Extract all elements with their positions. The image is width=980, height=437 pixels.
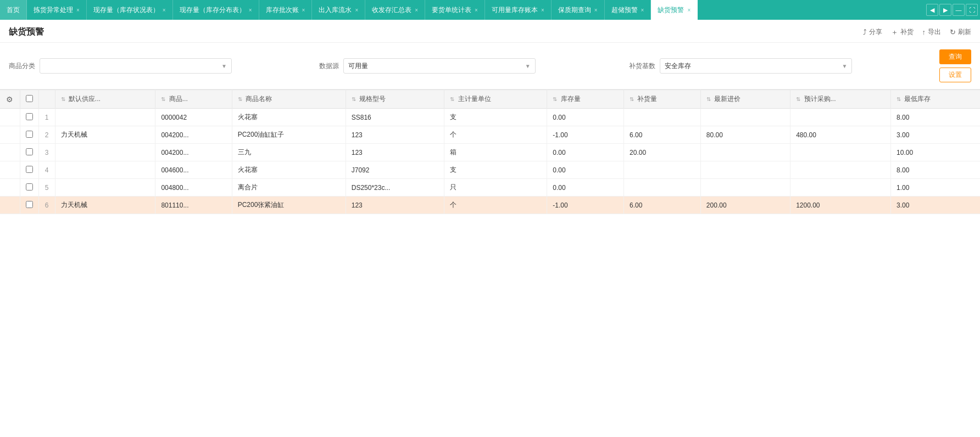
select-all-checkbox[interactable] xyxy=(26,95,33,102)
tab-available-ledger[interactable]: 可用量库存账本 × xyxy=(485,0,552,20)
row-replenish-qty xyxy=(624,161,701,179)
row-replenish-qty: 6.00 xyxy=(624,126,701,144)
row-checkbox-2[interactable] xyxy=(26,131,33,138)
row-num-cell: 6 xyxy=(38,197,55,214)
row-stock-qty: 0.00 xyxy=(547,144,624,161)
row-unit: 只 xyxy=(444,179,547,197)
share-button[interactable]: ⤴ 分享 xyxy=(863,27,882,37)
tab-overstock-warning[interactable]: 超储预警 × xyxy=(605,0,652,20)
replenish-base-filter-label: 补货基数 xyxy=(629,61,655,71)
close-tab-available-ledger[interactable]: × xyxy=(541,7,544,13)
row-product-code: 801110... xyxy=(155,197,232,214)
sort-arrows-replenish: ⇅ xyxy=(630,96,634,102)
row-spec-model: DS250*23c... xyxy=(346,179,444,197)
row-checkbox-cell[interactable] xyxy=(20,179,38,197)
tab-scroll-next[interactable]: ▶ xyxy=(939,4,951,16)
close-tab-overstock-warning[interactable]: × xyxy=(641,7,644,13)
header-actions: ⤴ 分享 ＋ 补货 ↑ 导出 ↻ 刷新 xyxy=(863,27,972,37)
row-min-stock: 3.00 xyxy=(891,126,980,144)
row-replenish-qty: 20.00 xyxy=(624,144,701,161)
row-checkbox-cell[interactable] xyxy=(20,126,38,144)
col-product-code[interactable]: ⇅ 商品... xyxy=(155,90,232,109)
tab-nav-buttons: ◀ ▶ — ⛶ xyxy=(926,4,980,16)
gear-icon-button[interactable]: ⚙ xyxy=(6,95,13,104)
row-num-cell: 3 xyxy=(38,144,55,161)
table-row: 6 力天机械 801110... PC200张紧油缸 123 个 -1.00 6… xyxy=(0,197,980,214)
row-checkbox-4[interactable] xyxy=(26,166,33,173)
category-select[interactable]: ▼ xyxy=(40,58,232,74)
row-unit: 支 xyxy=(444,161,547,179)
table-row: 1 0000042 火花塞 SS816 支 0.00 8.00 xyxy=(0,109,980,126)
close-tab-shortage-warning[interactable]: × xyxy=(687,7,691,13)
close-tab-batch-account[interactable]: × xyxy=(302,7,305,13)
query-button[interactable]: 查询 xyxy=(939,49,971,64)
category-filter-label: 商品分类 xyxy=(9,61,35,71)
row-checkbox-3[interactable] xyxy=(26,148,33,155)
row-checkbox-cell[interactable] xyxy=(20,197,38,214)
row-gear-cell xyxy=(0,197,20,214)
tab-expiry-query[interactable]: 保质期查询 × xyxy=(552,0,605,20)
row-supplier xyxy=(55,179,155,197)
row-product-name: 火花塞 xyxy=(232,109,346,126)
row-checkbox-cell[interactable] xyxy=(20,161,38,179)
col-latest-price[interactable]: ⇅ 最新进价 xyxy=(700,90,790,109)
sort-arrows-code: ⇅ xyxy=(161,96,165,102)
row-product-code: 0000042 xyxy=(155,109,232,126)
col-unit[interactable]: ⇅ 主计量单位 xyxy=(444,90,547,109)
col-default-supplier[interactable]: ⇅ 默认供应... xyxy=(55,90,155,109)
table-container: ⚙ ⇅ 默认供应... ⇅ 商品... ⇅ xyxy=(0,89,980,214)
sort-arrows-min: ⇅ xyxy=(897,96,901,102)
tab-order-stats[interactable]: 要货单统计表 × xyxy=(425,0,485,20)
datasource-select[interactable]: 可用量 ▼ xyxy=(343,58,536,74)
row-latest-price: 200.00 xyxy=(700,197,790,214)
row-checkbox-1[interactable] xyxy=(26,113,33,120)
col-product-name[interactable]: ⇅ 商品名称 xyxy=(232,90,346,109)
close-tab-inventory-status[interactable]: × xyxy=(163,7,166,13)
row-spec-model: 123 xyxy=(346,126,444,144)
col-replenish-qty[interactable]: ⇅ 补货量 xyxy=(624,90,701,109)
replenish-button[interactable]: ＋ 补货 xyxy=(891,27,914,37)
col-min-stock[interactable]: ⇅ 最低库存 xyxy=(891,90,980,109)
row-checkbox-cell[interactable] xyxy=(20,109,38,126)
col-est-purchase[interactable]: ⇅ 预计采购... xyxy=(790,90,891,109)
close-tab-order-stats[interactable]: × xyxy=(475,7,478,13)
row-replenish-qty xyxy=(624,109,701,126)
close-tab-defect-handling[interactable]: × xyxy=(76,7,80,13)
tab-defect-handling[interactable]: 拣货异常处理 × xyxy=(27,0,87,20)
tab-shortage-warning[interactable]: 缺货预警 × xyxy=(651,0,698,20)
tab-inventory-status[interactable]: 现存量（库存状况表） × xyxy=(87,0,173,20)
row-stock-qty: -1.00 xyxy=(547,197,624,214)
tab-maximize[interactable]: ⛶ xyxy=(966,4,978,16)
setting-button[interactable]: 设置 xyxy=(939,68,971,82)
close-tab-in-out-flow[interactable]: × xyxy=(355,7,358,13)
replenish-base-select[interactable]: 安全库存 ▼ xyxy=(660,58,852,74)
tab-home[interactable]: 首页 xyxy=(0,0,27,20)
row-min-stock: 8.00 xyxy=(891,161,980,179)
datasource-select-value: 可用量 xyxy=(348,61,368,71)
sort-arrows-supplier: ⇅ xyxy=(61,96,65,102)
tab-batch-account[interactable]: 库存批次账 × xyxy=(259,0,313,20)
table-row: 2 力天机械 004200... PC200油缸缸子 123 个 -1.00 6… xyxy=(0,126,980,144)
tab-scroll-prev[interactable]: ◀ xyxy=(926,4,938,16)
close-tab-inventory-dist[interactable]: × xyxy=(249,7,252,13)
row-checkbox-cell[interactable] xyxy=(20,144,38,161)
close-tab-recv-summary[interactable]: × xyxy=(415,7,418,13)
row-product-code: 004200... xyxy=(155,144,232,161)
row-checkbox-6[interactable] xyxy=(26,201,33,208)
tab-recv-summary[interactable]: 收发存汇总表 × xyxy=(365,0,425,20)
col-spec-model[interactable]: ⇅ 规格型号 xyxy=(346,90,444,109)
row-supplier: 力天机械 xyxy=(55,126,155,144)
table-header-row: ⚙ ⇅ 默认供应... ⇅ 商品... ⇅ xyxy=(0,90,980,109)
export-button[interactable]: ↑ 导出 xyxy=(922,27,942,37)
col-stock-qty[interactable]: ⇅ 库存量 xyxy=(547,90,624,109)
table-row: 4 004600... 火花塞 J7092 支 0.00 8.00 xyxy=(0,161,980,179)
row-checkbox-5[interactable] xyxy=(26,183,33,191)
tab-inventory-dist[interactable]: 现存量（库存分布表） × xyxy=(173,0,259,20)
close-tab-expiry-query[interactable]: × xyxy=(594,7,598,13)
row-unit: 支 xyxy=(444,109,547,126)
tab-minimize[interactable]: — xyxy=(953,4,965,16)
refresh-button[interactable]: ↻ 刷新 xyxy=(950,27,971,37)
tab-in-out-flow[interactable]: 出入库流水 × xyxy=(312,0,365,20)
col-gear: ⚙ xyxy=(0,90,20,109)
sort-arrows-price: ⇅ xyxy=(706,96,711,102)
